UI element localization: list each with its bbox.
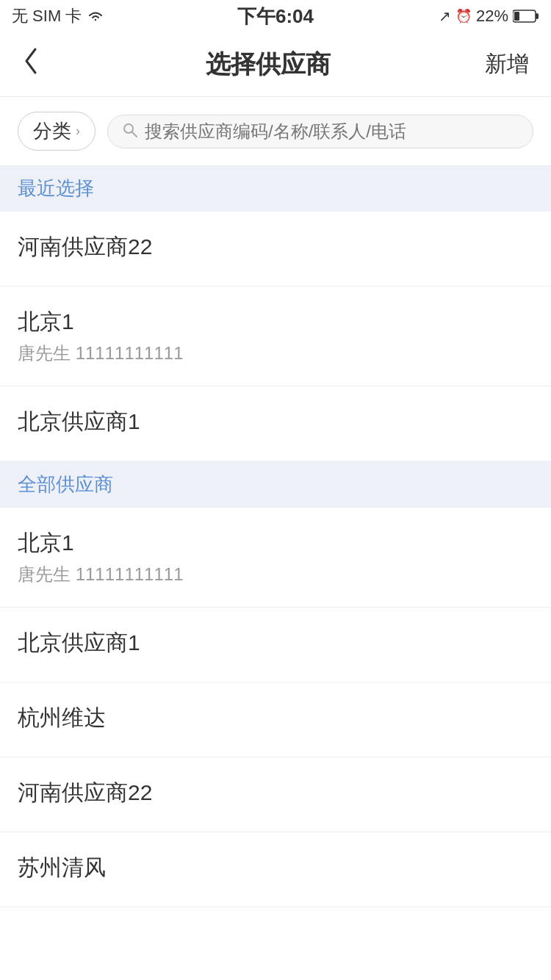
filter-bar: 分类 › <box>0 97 551 165</box>
page-title: 选择供应商 <box>66 48 470 82</box>
section-header-recent: 最近选择 <box>0 165 551 212</box>
supplier-name: 北京供应商1 <box>18 628 533 658</box>
supplier-name: 北京供应商1 <box>18 407 533 437</box>
list-item[interactable]: 北京1唐先生 11111111111 <box>0 508 551 608</box>
supplier-contact: 唐先生 11111111111 <box>18 563 533 586</box>
wifi-icon <box>87 10 104 22</box>
status-right: ↗ ⏰ 22% <box>439 7 539 26</box>
search-input[interactable] <box>145 121 518 142</box>
svg-rect-2 <box>514 12 519 21</box>
list-item[interactable]: 杭州维达 <box>0 682 551 757</box>
supplier-name: 河南供应商22 <box>18 232 533 262</box>
back-button[interactable] <box>22 46 66 82</box>
list-item[interactable]: 苏州清风 <box>0 832 551 907</box>
status-bar: 无 SIM 卡 下午6:04 ↗ ⏰ 22% <box>0 0 551 32</box>
search-box <box>107 115 533 148</box>
svg-line-4 <box>132 132 137 137</box>
section-header-all: 全部供应商 <box>0 461 551 508</box>
list-item[interactable]: 北京供应商1 <box>0 608 551 682</box>
list-item[interactable]: 河南供应商22 <box>0 212 551 287</box>
alarm-icon: ⏰ <box>455 8 472 24</box>
supplier-name: 北京1 <box>18 528 533 558</box>
carrier-label: 无 SIM 卡 <box>12 5 82 27</box>
nav-bar: 选择供应商 新增 <box>0 32 551 97</box>
list-item[interactable]: 北京供应商1 <box>0 386 551 461</box>
svg-point-3 <box>124 124 133 133</box>
supplier-contact: 唐先生 11111111111 <box>18 342 533 365</box>
supplier-name: 苏州清风 <box>18 853 533 883</box>
supplier-name: 河南供应商22 <box>18 778 533 808</box>
supplier-name: 北京1 <box>18 307 533 337</box>
battery-icon <box>513 10 539 23</box>
add-button[interactable]: 新增 <box>470 49 529 79</box>
location-icon: ↗ <box>439 7 451 25</box>
svg-rect-1 <box>536 13 539 19</box>
status-left: 无 SIM 卡 <box>12 5 104 27</box>
search-icon <box>123 121 137 142</box>
sections-container: 最近选择河南供应商22北京1唐先生 11111111111北京供应商1全部供应商… <box>0 165 551 907</box>
list-item[interactable]: 河南供应商22 <box>0 757 551 832</box>
supplier-name: 杭州维达 <box>18 703 533 733</box>
battery-label: 22% <box>476 7 508 26</box>
status-time: 下午6:04 <box>237 4 314 29</box>
chevron-right-icon: › <box>76 123 80 139</box>
category-label: 分类 <box>33 118 71 144</box>
category-button[interactable]: 分类 › <box>18 112 96 151</box>
list-item[interactable]: 北京1唐先生 11111111111 <box>0 287 551 386</box>
